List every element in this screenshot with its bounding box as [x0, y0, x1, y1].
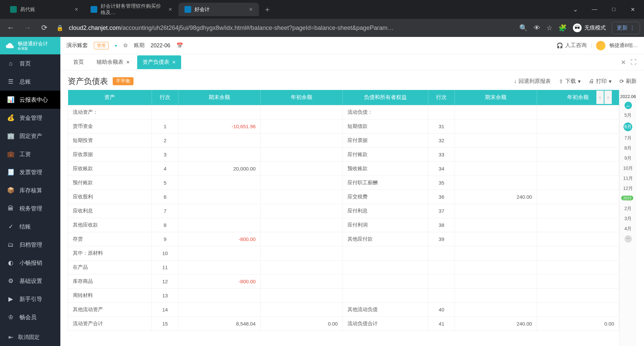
url-input[interactable]: cloud2.chanjet.com/accounting/uh26t264j5…: [69, 24, 516, 32]
sidebar-item-2[interactable]: 📊云报表中心: [0, 91, 60, 109]
scroll-left-button[interactable]: ‹: [596, 91, 604, 104]
back-button[interactable]: ←: [4, 21, 17, 35]
cell-beginbal[interactable]: [261, 148, 343, 162]
cell-asset[interactable]: 其他流动资产: [68, 303, 152, 317]
rail-scroll-up[interactable]: ︽: [625, 102, 632, 109]
close-all-icon[interactable]: ✕: [621, 59, 626, 66]
cell-liab[interactable]: 应付利润: [342, 218, 428, 232]
rail-month-8月[interactable]: 8月: [623, 143, 633, 153]
cell-beginbal[interactable]: [261, 275, 343, 289]
sidebar-item-7[interactable]: 📦库存核算: [0, 181, 60, 199]
cell-asset[interactable]: 预付账款: [68, 176, 152, 190]
cell-beginbal2[interactable]: [537, 176, 619, 190]
rail-month-11月[interactable]: 11月: [623, 174, 633, 184]
browser-tab-2[interactable]: 好会计 ✕: [178, 3, 259, 16]
cell-endbal[interactable]: [178, 105, 261, 119]
rail-month-2月[interactable]: 2月: [623, 204, 633, 214]
cell-liab[interactable]: 流动负债：: [342, 105, 428, 119]
browser-tab-0[interactable]: 易代账 ✕: [4, 3, 85, 16]
cell-liab[interactable]: [342, 289, 428, 303]
download-button[interactable]: ⇪下载▾: [559, 78, 581, 85]
cell-beginbal[interactable]: [261, 218, 343, 232]
cell-beginbal[interactable]: [261, 176, 343, 190]
cell-beginbal[interactable]: [261, 289, 343, 303]
tab-balance-sheet[interactable]: 资产负债表✕: [137, 55, 181, 69]
forward-button[interactable]: →: [21, 21, 34, 35]
tab-home[interactable]: 首页: [68, 55, 89, 69]
cell-beginbal2[interactable]: [537, 119, 619, 134]
cell-endbal[interactable]: [178, 176, 261, 190]
rail-month-6月[interactable]: 6月: [623, 120, 633, 133]
lock-icon[interactable]: 🔒: [54, 24, 65, 32]
cell-liab[interactable]: 应付账款: [342, 148, 428, 162]
cell-asset[interactable]: 在产品: [68, 260, 152, 275]
cell-asset[interactable]: 短期投资: [68, 134, 152, 148]
cell-endbal2[interactable]: [455, 260, 537, 275]
rail-month-5月[interactable]: 5月: [623, 110, 633, 120]
cell-endbal[interactable]: [178, 260, 261, 275]
sidebar-item-9[interactable]: ✓结账: [0, 217, 60, 236]
cell-beginbal[interactable]: [261, 190, 343, 204]
extension-icon[interactable]: 🧩: [558, 24, 567, 32]
cell-asset[interactable]: 应收票据: [68, 148, 152, 162]
cell-liab[interactable]: 应付利息: [342, 204, 428, 218]
sidebar-item-8[interactable]: 🏛税务管理: [0, 199, 60, 217]
cell-beginbal[interactable]: 0.00: [261, 317, 343, 331]
new-tab-button[interactable]: ＋: [259, 1, 276, 18]
rail-month-3月[interactable]: 3月: [623, 214, 633, 224]
cell-endbal[interactable]: [178, 190, 261, 204]
cell-endbal[interactable]: -800.00: [178, 275, 261, 289]
cell-beginbal2[interactable]: [537, 148, 619, 162]
cell-liab[interactable]: 应付职工薪酬: [342, 176, 428, 190]
cell-endbal[interactable]: [178, 148, 261, 162]
chevron-down-icon[interactable]: ▾: [115, 43, 117, 48]
cell-beginbal2[interactable]: [537, 260, 619, 275]
cell-asset[interactable]: 其他应收款: [68, 218, 152, 232]
rail-scroll-down[interactable]: ︾: [625, 235, 632, 243]
cell-liab[interactable]: 其他流动负债: [342, 303, 428, 317]
maximize-button[interactable]: □: [604, 3, 623, 16]
cell-asset[interactable]: 应收股利: [68, 190, 152, 204]
sidebar-item-0[interactable]: ⌂首页: [0, 54, 60, 72]
gear-icon[interactable]: ⚙: [123, 42, 128, 49]
rail-month-1月[interactable]: 20231月: [623, 194, 633, 204]
cell-beginbal[interactable]: [261, 232, 343, 246]
cell-beginbal[interactable]: [261, 204, 343, 218]
minimize-button[interactable]: ―: [585, 3, 604, 16]
cell-endbal2[interactable]: [455, 218, 537, 232]
cell-endbal[interactable]: -10,651.96: [178, 119, 261, 134]
user-name[interactable]: 畅捷通B组…: [609, 42, 638, 49]
cell-liab[interactable]: 应付票据: [342, 134, 428, 148]
close-icon[interactable]: ✕: [126, 60, 130, 65]
cell-endbal2[interactable]: [455, 232, 537, 246]
support-link[interactable]: 🎧 人工咨询: [556, 42, 587, 49]
cell-endbal2[interactable]: 240.00: [455, 317, 537, 331]
rail-month-9月[interactable]: 9月: [623, 153, 633, 163]
cell-asset[interactable]: 流动资产：: [68, 105, 152, 119]
cell-endbal2[interactable]: [455, 303, 537, 317]
cell-liab[interactable]: 应交税费: [342, 190, 428, 204]
cell-beginbal2[interactable]: [537, 275, 619, 289]
eye-off-icon[interactable]: 👁: [534, 24, 540, 32]
sidebar-item-11[interactable]: ◐小畅报销: [0, 254, 60, 272]
cell-endbal[interactable]: 20,000.00: [178, 162, 261, 176]
cell-asset[interactable]: 流动资产合计: [68, 317, 152, 331]
tabs-dropdown-button[interactable]: ⌄: [566, 3, 585, 16]
reload-button[interactable]: ⟳: [38, 21, 51, 35]
cell-endbal2[interactable]: [455, 105, 537, 119]
cell-endbal[interactable]: [178, 204, 261, 218]
cell-endbal[interactable]: 8,548.04: [178, 317, 261, 331]
close-icon[interactable]: ✕: [249, 7, 253, 12]
cell-beginbal[interactable]: [261, 246, 343, 260]
cell-beginbal2[interactable]: [537, 204, 619, 218]
cell-beginbal2[interactable]: [537, 303, 619, 317]
cell-liab[interactable]: 预收账款: [342, 162, 428, 176]
cell-beginbal2[interactable]: [537, 162, 619, 176]
cell-endbal[interactable]: [178, 303, 261, 317]
cell-liab[interactable]: [342, 246, 428, 260]
cell-asset[interactable]: 其中：原材料: [68, 246, 152, 260]
rail-month-12月[interactable]: 12月: [623, 184, 633, 194]
cell-endbal[interactable]: -800.00: [178, 232, 261, 246]
cell-beginbal2[interactable]: [537, 105, 619, 119]
cell-endbal2[interactable]: [455, 246, 537, 260]
